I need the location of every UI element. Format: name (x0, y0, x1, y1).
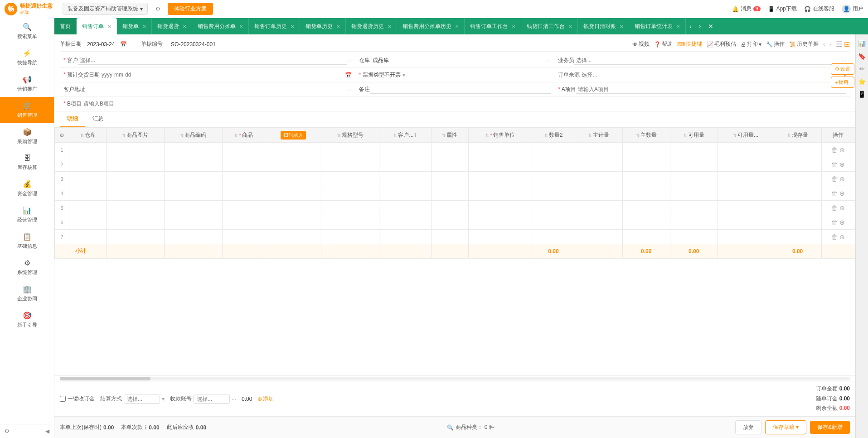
info-circle-icon[interactable]: ℹ (145, 424, 147, 431)
row-delete-icon[interactable]: 🗑 (831, 175, 838, 183)
row-qty2[interactable] (532, 201, 575, 215)
row-sales-unit[interactable] (468, 230, 532, 244)
industry-plan-button[interactable]: 体验行业方案 (168, 3, 213, 15)
row-qty2[interactable] (532, 157, 575, 172)
row-spec[interactable] (321, 157, 379, 172)
row-attribute[interactable] (431, 157, 468, 172)
row-copy-icon[interactable]: ⊕ (839, 204, 845, 212)
salesperson-input[interactable] (574, 56, 842, 65)
tab-fee-split-history[interactable]: 销售费用分摊单历史 ✕ (397, 18, 465, 34)
save-new-button[interactable]: 保存&新增 (810, 421, 850, 434)
address-ellipsis[interactable]: ··· (347, 87, 352, 93)
tab-refund-history[interactable]: 销货退货历史 ✕ (346, 18, 397, 34)
row-main-qty[interactable] (622, 157, 670, 172)
sidebar-settings-icon[interactable]: ⚙ (5, 428, 10, 434)
row-warehouse[interactable] (69, 201, 107, 215)
user-button[interactable]: 👤 用户 (842, 5, 863, 14)
rs-edit-icon[interactable]: ✏ (857, 63, 868, 74)
preview-button[interactable]: 👁 视频 (632, 40, 650, 48)
row-customer-code[interactable] (379, 215, 431, 230)
tab-receivable-verify[interactable]: 钱货日清对账 ✕ (578, 18, 629, 34)
row-sales-unit[interactable] (468, 215, 532, 230)
row-warehouse[interactable] (69, 230, 107, 244)
payment-method-input[interactable] (124, 395, 160, 404)
print-button[interactable]: 🖨 打印 ▾ (741, 40, 761, 48)
row-product[interactable] (222, 215, 265, 230)
system-title-selector[interactable]: 装备及固定资产辅助管理系统 ▾ (63, 3, 148, 15)
row-sku-code[interactable] (164, 215, 222, 230)
row-spec[interactable] (321, 172, 379, 186)
b-project-input[interactable] (82, 100, 846, 108)
tab-close-icon[interactable]: ✕ (107, 24, 111, 29)
tab-sales-workbench[interactable]: 销售订单工作台 ✕ (465, 18, 521, 34)
row-product[interactable] (222, 186, 265, 201)
row-warehouse[interactable] (69, 215, 107, 230)
row-qty2[interactable] (532, 143, 575, 157)
row-main-qty[interactable] (622, 215, 670, 230)
row-customer-code[interactable] (379, 201, 431, 215)
row-spec[interactable] (321, 215, 379, 230)
row-customer-code[interactable] (379, 172, 431, 186)
row-copy-icon[interactable]: ⊕ (839, 190, 845, 197)
row-customer-code[interactable] (379, 157, 431, 172)
row-attribute[interactable] (431, 143, 468, 157)
remarks-input[interactable] (370, 85, 551, 94)
row-copy-icon[interactable]: ⊕ (839, 233, 845, 241)
row-main-qty[interactable] (622, 143, 670, 157)
tab-sales-refund[interactable]: 销货退货 ✕ (152, 18, 192, 34)
row-product[interactable] (222, 230, 265, 244)
row-spec[interactable] (321, 201, 379, 215)
detail-tab-summary[interactable]: 汇总 (85, 111, 111, 127)
row-main-qty[interactable] (622, 201, 670, 215)
salesperson-ellipsis[interactable]: ··· (842, 58, 846, 64)
row-warehouse[interactable] (69, 186, 107, 201)
tab-sales-return-history[interactable]: 销货单历史 ✕ (300, 18, 346, 34)
rs-bookmark-icon[interactable]: 🔖 (857, 51, 868, 62)
row-customer-code[interactable] (379, 186, 431, 201)
add-button[interactable]: ⊕ 添加 (257, 395, 274, 403)
rs-chart-icon[interactable]: 📊 (857, 38, 868, 49)
save-draft-button[interactable]: 保存草稿 ▾ (765, 420, 806, 434)
row-sku-code[interactable] (164, 186, 222, 201)
row-sku-code[interactable] (164, 172, 222, 186)
row-copy-icon[interactable]: ⊕ (839, 175, 845, 183)
row-qty2[interactable] (532, 215, 575, 230)
material-btn[interactable]: + 物料 (831, 77, 854, 88)
help-button[interactable]: ❓ 帮助 (654, 40, 673, 48)
row-sales-unit[interactable] (468, 157, 532, 172)
tab-home[interactable]: 首页 (54, 18, 77, 34)
row-customer-code[interactable] (379, 143, 431, 157)
warehouse-ellipsis[interactable]: ··· (546, 58, 551, 64)
scan-btn[interactable]: 扫码录入 (281, 131, 306, 140)
info-icon[interactable]: ℹ (414, 132, 417, 139)
tab-sales-stats[interactable]: 销售订单统计表 ✕ (629, 18, 686, 34)
tab-close-icon[interactable]: ✕ (676, 24, 680, 29)
tab-close-icon[interactable]: ✕ (512, 24, 515, 29)
row-warehouse[interactable] (69, 172, 107, 186)
row-customer-code[interactable] (379, 230, 431, 244)
tab-close-icon[interactable]: ✕ (336, 24, 340, 29)
row-main-qty[interactable] (622, 230, 670, 244)
row-product[interactable] (222, 157, 265, 172)
row-attribute[interactable] (431, 230, 468, 244)
delivery-date-input[interactable] (100, 71, 343, 79)
operation-button[interactable]: 🔧 操作 (766, 40, 785, 48)
row-product[interactable] (222, 201, 265, 215)
one-click-checkout-checkbox[interactable] (60, 396, 66, 402)
tab-sales-order[interactable]: 销售订单 ✕ (77, 18, 117, 34)
row-delete-icon[interactable]: 🗑 (831, 190, 838, 197)
sidebar-item-basic-info[interactable]: 📋 基础信息 (0, 228, 54, 254)
row-sales-unit[interactable] (468, 201, 532, 215)
row-attribute[interactable] (431, 186, 468, 201)
horizontal-scrollbar[interactable] (54, 375, 855, 381)
tab-close-icon[interactable]: ✕ (568, 24, 572, 29)
nav-tabs-prev[interactable]: ‹ (686, 23, 695, 30)
sidebar-collapse-icon[interactable]: ◀ (45, 428, 49, 434)
sidebar-item-search[interactable]: 🔍 搜索菜单 (0, 18, 54, 44)
row-sku-code[interactable] (164, 157, 222, 172)
tab-sales-history[interactable]: 销售订单历史 ✕ (249, 18, 300, 34)
tab-sales-fee-split[interactable]: 销售费用分摊单 ✕ (192, 18, 249, 34)
row-delete-icon[interactable]: 🗑 (831, 219, 838, 226)
sidebar-item-operations[interactable]: 📊 经营管理 (0, 202, 54, 228)
detail-tab-mingxi[interactable]: 明细 (60, 111, 85, 127)
